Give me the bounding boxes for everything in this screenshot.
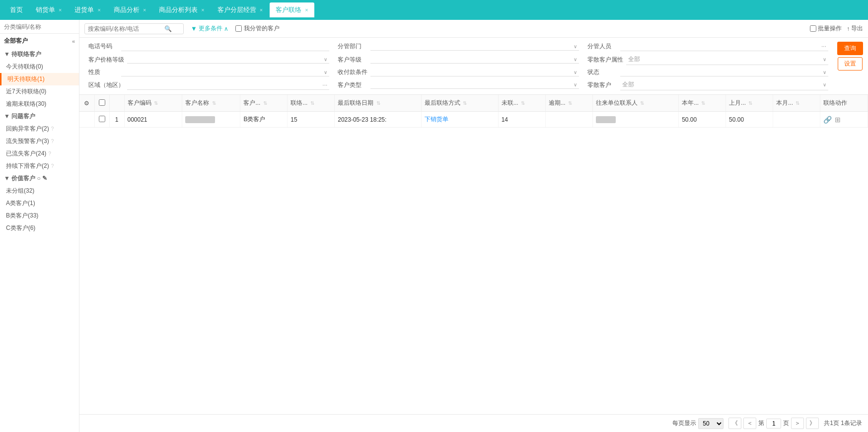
top-navigation: 首页销货单 ×进货单 ×商品分析 ×商品分析列表 ×客户分层经营 ×客户联络 × [0, 0, 868, 20]
last-page-button[interactable]: 》 [806, 418, 819, 429]
sort-customer-code-icon[interactable]: ⇅ [154, 100, 158, 106]
sidebar-item-流失预警客户(3)[interactable]: 流失预警客户(3) ? [0, 135, 79, 147]
filter-label-retail-customer: 零散客户 [587, 81, 617, 89]
prev-page-button[interactable]: ＜ [743, 418, 756, 429]
filter-label-payment: 收付款条件 [338, 68, 367, 76]
filter-select-status[interactable]: ∨ [620, 69, 828, 76]
filter-payment-chevron: ∨ [574, 70, 577, 75]
sort-customer-type-icon[interactable]: ⇅ [263, 100, 267, 106]
action-grid-icon[interactable]: ⊞ [835, 116, 841, 124]
next-page-button[interactable]: ＞ [791, 418, 804, 429]
nav-close-icon[interactable]: × [305, 7, 308, 13]
page-number-input[interactable] [766, 419, 781, 429]
filter-row-2: 客户价格等级 ∨ 客户等级 ∨ [84, 54, 832, 65]
th-customer-name: 客户名称 ⇅ [182, 95, 240, 112]
row-this-month [773, 112, 820, 128]
th-last-month: 上月... ⇅ [726, 95, 773, 112]
filter-select-payment[interactable]: ∨ [370, 69, 579, 76]
export-button[interactable]: ↑ 导出 [847, 24, 863, 33]
sort-contact-icon[interactable]: ⇅ [310, 100, 314, 106]
nav-item-首页[interactable]: 首页 [4, 2, 29, 17]
per-page-select[interactable]: 50 100 200 [698, 418, 723, 429]
row-not-contacted: 14 [498, 112, 545, 128]
all-customers-header[interactable]: 全部客户 « [0, 34, 79, 48]
filter-region-dots[interactable]: ··· [322, 81, 327, 88]
filter-cell-retail-attr: 零散客户属性 全部 ∨ [583, 54, 832, 65]
th-action: 联络动作 [820, 95, 868, 112]
nav-item-商品分析[interactable]: 商品分析 × [108, 2, 152, 17]
sort-overdue-icon[interactable]: ⇅ [568, 100, 572, 106]
sidebar-search-input[interactable] [4, 23, 78, 30]
my-customers-checkbox[interactable] [235, 25, 242, 32]
sidebar-item-已流失客户(24)[interactable]: 已流失客户(24) ? [0, 147, 79, 160]
sidebar-collapse-icon: « [72, 38, 75, 44]
filter-cell-nature: 性质 ∨ [84, 68, 334, 76]
filter-cell-status: 状态 ∨ [583, 68, 832, 76]
nav-close-icon[interactable]: × [201, 7, 204, 13]
th-customer-code: 客户编码 ⇅ [124, 95, 182, 112]
filter-select-person[interactable]: ··· [620, 42, 828, 51]
nav-close-icon[interactable]: × [59, 7, 62, 13]
help-icon: ? [48, 151, 51, 156]
nav-close-icon[interactable]: × [143, 7, 146, 13]
my-customers-checkbox-area[interactable]: 我分管的客户 [235, 24, 280, 33]
sort-last-contact-method-icon[interactable]: ⇅ [463, 100, 467, 106]
nav-item-商品分析列表[interactable]: 商品分析列表 × [153, 2, 210, 17]
sidebar-item-回购异常客户(2)[interactable]: 回购异常客户(2) ? [0, 123, 79, 135]
sidebar-item-今天待联络(0)[interactable]: 今天待联络(0) [0, 61, 79, 73]
sidebar-item-A类客户(1)[interactable]: A类客户(1) [0, 197, 79, 210]
main-search-button[interactable]: 🔍 [164, 25, 172, 32]
filter-label-phone: 电话号码 [88, 42, 118, 51]
sort-customer-name-icon[interactable]: ⇅ [212, 100, 216, 106]
filter-customer-grade-chevron: ∨ [574, 57, 577, 62]
filter-input-phone[interactable] [121, 42, 329, 51]
sort-not-contacted-icon[interactable]: ⇅ [521, 100, 525, 106]
footer-navigation: 《 ＜ 第 页 ＞ 》 [728, 418, 819, 429]
sidebar-item-C类客户(6)[interactable]: C类客户(6) [0, 222, 79, 234]
nav-close-icon[interactable]: × [97, 7, 100, 13]
more-conditions-button[interactable]: ▼ 更多条件 ∧ [188, 23, 231, 34]
filter-select-nature[interactable]: ∨ [121, 69, 329, 76]
nav-item-客户联络[interactable]: 客户联络 × [270, 2, 314, 17]
action-link-icon[interactable]: 🔗 [823, 116, 832, 124]
filter-select-customer-grade[interactable]: ∨ [370, 56, 579, 64]
filter-select-retail-attr[interactable]: 全部 ∨ [626, 54, 828, 65]
filter-select-dept[interactable]: ∨ [370, 43, 579, 51]
batch-op-label: 批量操作 [818, 24, 842, 33]
row-this-year: 50.00 [679, 112, 726, 128]
settings-button[interactable]: 设置 [838, 57, 863, 71]
filter-select-customer-type[interactable]: ∨ [370, 81, 579, 89]
main-search-input[interactable] [88, 25, 162, 32]
sidebar-item-近7天待联络(0)[interactable]: 近7天待联络(0) [0, 85, 79, 98]
first-page-button[interactable]: 《 [728, 418, 741, 429]
nav-item-销货单[interactable]: 销货单 × [30, 2, 68, 17]
sidebar-item-逾期未联络(30)[interactable]: 逾期未联络(30) [0, 98, 79, 110]
th-last-contact-method: 最后联络方式 ⇅ [422, 95, 499, 112]
filter-person-dots[interactable]: ··· [821, 43, 826, 50]
batch-op-checkbox[interactable] [810, 25, 816, 32]
sidebar-item-未分组(32)[interactable]: 未分组(32) [0, 185, 79, 197]
query-button[interactable]: 查询 [837, 42, 863, 55]
sidebar-item-明天待联络(1)[interactable]: 明天待联络(1) [0, 73, 79, 85]
nav-item-进货单[interactable]: 进货单 × [69, 2, 106, 17]
select-all-checkbox[interactable] [99, 99, 105, 106]
sort-unit-contact-icon[interactable]: ⇅ [640, 100, 644, 106]
batch-operation-area[interactable]: 批量操作 [810, 24, 842, 33]
filter-select-region[interactable]: ··· [127, 80, 329, 90]
row-checkbox[interactable] [99, 116, 105, 122]
filter-cell-payment: 收付款条件 ∨ [334, 68, 583, 76]
sort-last-month-icon[interactable]: ⇅ [748, 100, 752, 106]
nav-close-icon[interactable]: × [260, 7, 263, 13]
last-contact-method-link[interactable]: 下销货单 [425, 116, 448, 123]
sort-this-year-icon[interactable]: ⇅ [701, 100, 705, 106]
sort-last-contact-date-icon[interactable]: ⇅ [376, 100, 380, 106]
toolbar: 🔍 ▼ 更多条件 ∧ 我分管的客户 批量操作 ↑ 导出 [79, 20, 868, 38]
sidebar-item-B类客户(33)[interactable]: B类客户(33) [0, 210, 79, 222]
row-customer-type: B类客户 [240, 112, 288, 128]
nav-item-客户分层经营[interactable]: 客户分层经营 × [212, 2, 269, 17]
filter-select-retail-customer[interactable]: 全部 ∨ [620, 79, 828, 90]
sidebar-item-持续下滑客户(2)[interactable]: 持续下滑客户(2) ? [0, 160, 79, 172]
filter-select-price-grade[interactable]: ∨ [127, 56, 329, 64]
sort-this-month-icon[interactable]: ⇅ [796, 100, 799, 106]
th-settings[interactable]: ⚙ [79, 95, 94, 112]
